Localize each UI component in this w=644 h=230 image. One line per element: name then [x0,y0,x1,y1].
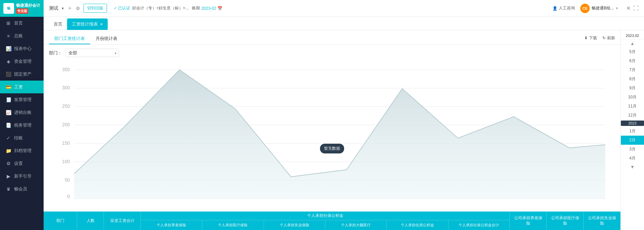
user-avatar: CE [580,4,590,13]
tab-bar: 首页 工资统计报表 ✕ [44,17,644,30]
topbar-add-btn[interactable]: ＋ [67,5,72,12]
th-personal-medical: 个人承担医疗保险 [202,220,264,230]
close-btn[interactable]: ✕ [626,5,631,11]
sidebar: 畅 畅捷通好会计 专业版 ⊞ 首页 ≡ 总账 📊 报表中心 ◈ 资金管理 ⬛ 固… [0,0,44,230]
user-dropdown-icon: ▾ [616,6,618,11]
date-month-8[interactable]: 8月 [621,75,644,84]
logo-sub: 专业版 [16,8,28,14]
funds-icon: ◈ [5,59,11,64]
topbar-gear-btn[interactable]: ⚙ [76,6,80,11]
sidebar-item-vip[interactable]: ♛ 畅会员 [0,183,44,195]
tax-icon: 📑 [5,123,11,128]
period-value: 2023-02 [201,6,216,11]
refresh-icon: ↻ [602,36,606,40]
archive-icon: 📁 [5,148,11,153]
dept-select[interactable]: 全部 部门1 部门2 [65,49,119,57]
sidebar-item-settings[interactable]: ⚙ 设置 [0,157,44,170]
date-month-7[interactable]: 7月 [621,65,644,75]
logo: 畅 畅捷通好会计 专业版 [0,0,44,17]
invoice-icon: 🧾 [5,97,11,102]
sidebar-item-settlement[interactable]: ✓ 结账 [0,132,44,144]
th-personal-social: 个人承担社保公积金 个人承担养老保险 个人承担医疗保险 个人承担失业保险 个人承… [141,212,510,230]
download-icon: ⬇ [584,36,588,40]
date-month-1[interactable]: 1月 [621,127,644,136]
date-month-6[interactable]: 6月 [621,56,644,65]
expand-btn[interactable]: ⛶ [633,5,639,11]
date-month-2[interactable]: 2月 [621,136,644,145]
settlement-icon: ✓ [5,135,11,141]
date-month-5[interactable]: 5月 [621,47,644,56]
sidebar-item-tax[interactable]: 📑 税务管理 [0,119,44,132]
sidebar-item-invoice[interactable]: 🧾 发票管理 [0,93,44,106]
badges-text: 好会计（专）+好生意（标）+... [132,5,189,11]
tab-close-btn[interactable]: ✕ [100,22,103,27]
sales-icon: 📈 [5,110,11,115]
date-nav-up[interactable]: ▲ [629,39,636,47]
switch-to-old-btn[interactable]: 切到旧版 [84,4,107,13]
home-icon: ⊞ [5,20,11,26]
th-count: 人数 [77,212,104,230]
svg-text:200: 200 [62,122,70,127]
sidebar-item-newbie[interactable]: ▶ 新手引导 [0,170,44,183]
user-menu[interactable]: CE 畅捷通B组... ▾ [580,4,618,13]
topbar-right: 👤 人工咨询 CE 畅捷通B组... ▾ ✕ ⛶ [552,4,639,13]
main-content: 测试 ▾ ＋ ⚙ 切到旧版 ✓ 已认证 好会计（专）+好生意（标）+... 账期… [44,0,644,230]
sidebar-item-home[interactable]: ⊞ 首页 [0,17,44,30]
th-personal-unemployment: 个人承担失业保险 [264,220,325,230]
window-controls: ✕ ⛶ [626,5,639,11]
action-buttons: ⬇ 下载 ↻ 刷新 [584,35,615,43]
dept-select-wrapper: 全部 部门1 部门2 ▾ [65,49,119,57]
th-dept: 部门 [44,212,77,230]
period-label: 账期 [192,5,200,11]
sidebar-item-archive[interactable]: 📁 归档管理 [0,144,44,157]
ledger-icon: ≡ [5,33,11,39]
date-panel: 2023.02 ▲ 5月 6月 7月 8月 9月 10月 11月 12月 202… [621,30,644,230]
date-month-10[interactable]: 10月 [621,93,644,102]
reports-icon: 📊 [5,46,11,51]
date-year-label: 2023.02 [621,32,644,39]
th-company-pension: 公司承担养老保险 [510,212,547,230]
th-company-medical: 公司承担医疗保险 [547,212,584,230]
calendar-icon[interactable]: 📅 [217,6,222,11]
tab-home-label: 首页 [54,21,62,27]
assets-icon: ⬛ [5,72,11,77]
svg-text:150: 150 [62,140,70,146]
topbar-dropdown[interactable]: ▾ [62,6,64,11]
settings-icon: ⚙ [5,161,11,166]
topbar-period: 账期 2023-02 📅 [192,5,222,11]
sidebar-item-funds[interactable]: ◈ 资金管理 [0,55,44,68]
user-name: 畅捷通B组... [592,5,614,11]
chart-area: 350 300 250 200 150 100 50 0 [44,61,621,212]
tab-salary-report[interactable]: 工资统计报表 ✕ [67,18,108,30]
sidebar-item-payroll[interactable]: 💳 工资 [0,81,44,93]
svg-text:0: 0 [67,194,70,199]
date-month-11[interactable]: 11月 [621,102,644,111]
sub-tab-dept-salary[interactable]: 部门工资统计表 [49,34,90,44]
th-personal-pension: 个人承担养老保险 [141,220,202,230]
th-group-label: 个人承担社保公积金 [141,212,509,220]
date-year-badge: 2023 [621,121,644,126]
tab-home[interactable]: 首页 [49,18,67,30]
svg-text:250: 250 [62,103,70,109]
logo-text: 畅捷通好会计 [16,3,40,8]
sub-tab-monthly[interactable]: 月份统计表 [90,34,123,44]
vip-icon: ♛ [5,186,11,192]
date-month-3[interactable]: 3月 [621,145,644,154]
th-total-salary: 应发工资合计 [104,212,141,230]
date-month-9[interactable]: 9月 [621,84,644,93]
svg-text:300: 300 [62,85,70,90]
date-nav-down[interactable]: ▼ [629,163,636,171]
help-btn[interactable]: 👤 人工咨询 [552,5,575,11]
tab-salary-label: 工资统计报表 [72,21,98,27]
download-btn[interactable]: ⬇ 下载 [584,35,597,41]
date-month-12[interactable]: 12月 [621,111,644,120]
topbar-title: 测试 [49,5,58,11]
content-area: 部门工资统计表 月份统计表 ⬇ 下载 ↻ 刷新 [44,30,644,230]
sidebar-item-general-ledger[interactable]: ≡ 总账 [0,30,44,42]
date-month-4[interactable]: 4月 [621,154,644,163]
sidebar-item-sales[interactable]: 📈 进销台账 [0,106,44,119]
th-company-unemployment: 公司承担失业保险 [584,212,621,230]
refresh-btn[interactable]: ↻ 刷新 [602,35,615,41]
sidebar-item-fixed-assets[interactable]: ⬛ 固定资产 [0,68,44,81]
sidebar-item-reports[interactable]: 📊 报表中心 [0,42,44,55]
